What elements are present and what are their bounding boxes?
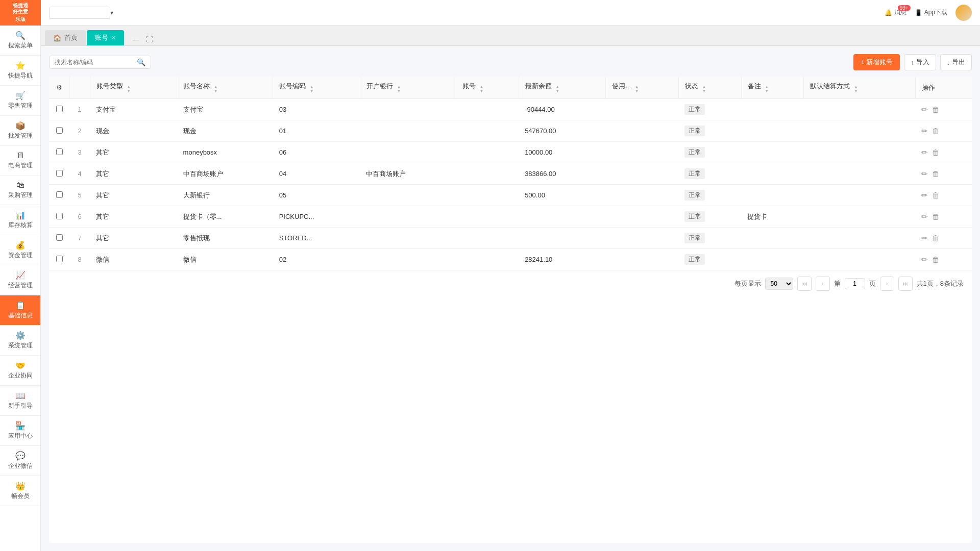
pagination-bar: 每页显示 50 100 200 ⏮ ‹ 第 页 › ⏭ 共1页，8条记录 bbox=[49, 270, 972, 297]
import-icon: ↑ bbox=[911, 59, 914, 66]
col-status[interactable]: 状态 ▲▼ bbox=[678, 77, 741, 99]
row-check[interactable] bbox=[56, 234, 63, 241]
row-usage bbox=[606, 120, 679, 142]
page-number-input[interactable] bbox=[845, 278, 865, 289]
edit-icon[interactable]: ✏ bbox=[921, 191, 928, 200]
sidebar-item-quick-nav[interactable]: ⭐ 快捷导航 bbox=[0, 56, 40, 86]
col-usage[interactable]: 使用... ▲▼ bbox=[606, 77, 679, 99]
message-button[interactable]: 🔔 消息 99+ bbox=[885, 8, 906, 17]
table-body: 1 支付宝 支付宝 03 -90444.00 正常 ✏ 🗑 2 现金 现金 01… bbox=[49, 99, 972, 270]
col-bank[interactable]: 开户银行 ▲▼ bbox=[360, 77, 456, 99]
edit-icon[interactable]: ✏ bbox=[921, 234, 928, 243]
finance-mgmt-icon: 💰 bbox=[2, 240, 38, 250]
sidebar-item-basic-info[interactable]: 📋 基础信息 bbox=[0, 295, 40, 325]
tab-home[interactable]: 🏠 首页 bbox=[45, 30, 86, 45]
row-type: 其它 bbox=[90, 228, 177, 249]
user-avatar[interactable] bbox=[955, 5, 972, 21]
row-checkbox[interactable] bbox=[49, 228, 69, 249]
tab-account[interactable]: 账号 ✕ bbox=[87, 30, 124, 45]
row-code: 06 bbox=[273, 142, 360, 163]
row-index: 1 bbox=[69, 99, 90, 120]
row-checkbox[interactable] bbox=[49, 99, 69, 120]
delete-icon[interactable]: 🗑 bbox=[932, 191, 940, 200]
sidebar-item-new-guide[interactable]: 📖 新手引导 bbox=[0, 386, 40, 416]
row-check[interactable] bbox=[56, 170, 63, 177]
row-name: 支付宝 bbox=[177, 99, 273, 120]
last-page-button[interactable]: ⏭ bbox=[898, 277, 913, 291]
row-check[interactable] bbox=[56, 127, 63, 134]
row-checkbox[interactable] bbox=[49, 163, 69, 185]
delete-icon[interactable]: 🗑 bbox=[932, 169, 940, 179]
maximize-button[interactable]: ⛶ bbox=[143, 33, 156, 45]
delete-icon[interactable]: 🗑 bbox=[932, 212, 940, 221]
per-page-select[interactable]: 50 100 200 bbox=[765, 278, 793, 290]
first-page-button[interactable]: ⏮ bbox=[797, 277, 812, 291]
col-note[interactable]: 备注 ▲▼ bbox=[741, 77, 804, 99]
sidebar-item-operations-mgmt[interactable]: 📈 经营管理 bbox=[0, 265, 40, 295]
edit-icon[interactable]: ✏ bbox=[921, 127, 928, 136]
col-balance[interactable]: 最新余额 ▲▼ bbox=[519, 77, 606, 99]
row-default-settlement bbox=[804, 228, 916, 249]
row-checkbox[interactable] bbox=[49, 206, 69, 228]
sidebar-item-inventory[interactable]: 📊 库存核算 bbox=[0, 205, 40, 235]
tab-close-icon[interactable]: ✕ bbox=[111, 35, 116, 41]
row-check[interactable] bbox=[56, 191, 63, 198]
import-button[interactable]: ↑ 导入 bbox=[904, 54, 936, 70]
row-check[interactable] bbox=[56, 213, 63, 219]
export-button[interactable]: ↓ 导出 bbox=[940, 54, 972, 70]
search-input[interactable] bbox=[55, 59, 137, 66]
row-checkbox[interactable] bbox=[49, 185, 69, 206]
import-label: 导入 bbox=[916, 58, 929, 67]
edit-icon[interactable]: ✏ bbox=[921, 212, 928, 221]
sidebar-item-purchase-mgmt[interactable]: 🛍 采购管理 bbox=[0, 176, 40, 205]
sidebar-item-search-menu[interactable]: 🔍 搜索菜单 bbox=[0, 26, 40, 56]
col-account[interactable]: 账号 ▲▼ bbox=[456, 77, 519, 99]
delete-icon[interactable]: 🗑 bbox=[932, 234, 940, 243]
sidebar-item-sys-mgmt[interactable]: ⚙️ 系统管理 bbox=[0, 325, 40, 356]
sidebar-item-label-inventory: 库存核算 bbox=[2, 221, 38, 230]
sidebar-item-app-center[interactable]: 🏪 应用中心 bbox=[0, 416, 40, 446]
edit-icon[interactable]: ✏ bbox=[921, 169, 928, 179]
row-check[interactable] bbox=[56, 106, 63, 112]
header-search-input[interactable] bbox=[49, 7, 110, 19]
col-name[interactable]: 账号名称 ▲▼ bbox=[177, 77, 273, 99]
header-dropdown[interactable]: ▾ bbox=[110, 9, 113, 16]
row-default-settlement bbox=[804, 142, 916, 163]
row-code: PICKUPC... bbox=[273, 206, 360, 228]
prev-page-button[interactable]: ‹ bbox=[816, 277, 830, 291]
sidebar-item-wholesale-mgmt[interactable]: 📦 批发管理 bbox=[0, 116, 40, 146]
search-icon[interactable]: 🔍 bbox=[137, 58, 145, 66]
row-balance: 547670.00 bbox=[519, 120, 606, 142]
delete-icon[interactable]: 🗑 bbox=[932, 255, 940, 264]
sidebar-item-vip[interactable]: 👑 畅会员 bbox=[0, 476, 40, 506]
row-checkbox[interactable] bbox=[49, 142, 69, 163]
delete-icon[interactable]: 🗑 bbox=[932, 105, 940, 114]
sidebar-item-finance-mgmt[interactable]: 💰 资金管理 bbox=[0, 235, 40, 265]
row-check[interactable] bbox=[56, 256, 63, 262]
sidebar-item-retail-mgmt[interactable]: 🛒 零售管理 bbox=[0, 86, 40, 116]
sidebar-item-enterprise-agreement[interactable]: 🤝 企业协同 bbox=[0, 356, 40, 386]
header-search-area: ▾ bbox=[49, 7, 113, 19]
edit-icon[interactable]: ✏ bbox=[921, 105, 928, 114]
sidebar-item-ecommerce-mgmt[interactable]: 🖥 电商管理 bbox=[0, 146, 40, 176]
row-status: 正常 bbox=[678, 228, 741, 249]
minimize-button[interactable]: — bbox=[129, 33, 141, 45]
add-account-button[interactable]: + 新增账号 bbox=[853, 54, 900, 70]
main-area: ▾ 🔔 消息 99+ 📱 App下载 🏠 首页 账号 ✕ — bbox=[41, 0, 980, 551]
col-code[interactable]: 账号编码 ▲▼ bbox=[273, 77, 360, 99]
col-type[interactable]: 账号类型 ▲▼ bbox=[90, 77, 177, 99]
next-page-button[interactable]: › bbox=[880, 277, 894, 291]
vip-icon: 👑 bbox=[2, 481, 38, 491]
edit-icon[interactable]: ✏ bbox=[921, 148, 928, 157]
row-checkbox[interactable] bbox=[49, 249, 69, 270]
app-download-button[interactable]: 📱 App下载 bbox=[915, 8, 947, 17]
sidebar-item-enterprise-wechat[interactable]: 💬 企业微信 bbox=[0, 446, 40, 476]
col-settings[interactable]: ⚙ bbox=[49, 77, 69, 99]
edit-icon[interactable]: ✏ bbox=[921, 255, 928, 264]
delete-icon[interactable]: 🗑 bbox=[932, 148, 940, 157]
delete-icon[interactable]: 🗑 bbox=[932, 127, 940, 136]
col-default-settlement[interactable]: 默认结算方式 ▲▼ bbox=[804, 77, 916, 99]
row-note: 提货卡 bbox=[741, 206, 804, 228]
row-checkbox[interactable] bbox=[49, 120, 69, 142]
row-check[interactable] bbox=[56, 148, 63, 155]
